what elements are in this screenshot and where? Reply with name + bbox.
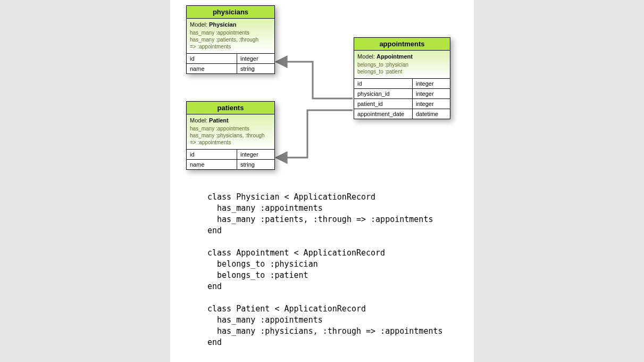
column-name: patient_id — [354, 99, 413, 109]
column-name: name — [187, 64, 237, 74]
connector-appointments-physicians — [276, 62, 353, 98]
table-row: name string — [187, 64, 274, 74]
diagram-page: physicians Model: Physician has_many :ap… — [170, 0, 474, 362]
column-type: integer — [413, 99, 450, 109]
table-row: id integer — [354, 79, 450, 89]
entity-meta: Model: Appointment belongs_to :physician… — [354, 51, 450, 79]
column-type: integer — [237, 54, 275, 64]
model-line: Model: Patient — [190, 117, 271, 124]
assoc-line: belongs_to :patient — [357, 68, 447, 75]
assoc-line: has_many :patients, :through — [190, 36, 271, 43]
entity-title: patients — [187, 102, 274, 114]
assoc-line: => :appointments — [190, 139, 271, 146]
model-prefix: Model: — [190, 21, 209, 28]
model-prefix: Model: — [357, 53, 377, 60]
model-line: Model: Physician — [190, 21, 271, 28]
entity-physicians: physicians Model: Physician has_many :ap… — [186, 5, 275, 74]
assoc-line: has_many :appointments — [190, 125, 271, 132]
code-block: class Physician < ApplicationRecord has_… — [207, 192, 443, 348]
assoc-line: => :appointments — [190, 43, 271, 50]
table-row: id integer — [187, 54, 274, 64]
columns-table: id integer name string — [187, 150, 274, 169]
column-name: id — [354, 79, 413, 89]
table-row: appointment_date datetime — [354, 109, 450, 119]
assoc-line: belongs_to :physician — [357, 61, 447, 68]
column-name: id — [187, 150, 237, 160]
column-type: integer — [413, 89, 450, 99]
table-row: physician_id integer — [354, 89, 450, 99]
column-type: datetime — [413, 109, 450, 119]
model-prefix: Model: — [190, 117, 209, 124]
table-row: id integer — [187, 150, 274, 160]
columns-table: id integer physician_id integer patient_… — [354, 79, 450, 119]
column-name: id — [187, 54, 237, 64]
entity-appointments: appointments Model: Appointment belongs_… — [354, 37, 450, 119]
column-name: physician_id — [354, 89, 413, 99]
column-type: string — [237, 160, 275, 170]
entity-title: physicians — [187, 6, 274, 19]
table-row: name string — [187, 160, 274, 170]
entity-patients: patients Model: Patient has_many :appoin… — [186, 101, 275, 170]
model-line: Model: Appointment — [357, 53, 447, 60]
table-row: patient_id integer — [354, 99, 450, 109]
assoc-line: has_many :physicians, :through — [190, 132, 271, 139]
entity-meta: Model: Physician has_many :appointments … — [187, 19, 274, 54]
model-name: Appointment — [377, 53, 413, 60]
column-name: appointment_date — [354, 109, 413, 119]
connector-appointments-patients — [276, 110, 353, 158]
entity-title: appointments — [354, 38, 450, 51]
model-name: Physician — [209, 21, 236, 28]
column-type: integer — [413, 79, 450, 89]
model-name: Patient — [209, 117, 229, 124]
column-name: name — [187, 160, 237, 170]
entity-meta: Model: Patient has_many :appointments ha… — [187, 114, 274, 150]
column-type: string — [237, 64, 275, 74]
column-type: integer — [237, 150, 275, 160]
columns-table: id integer name string — [187, 54, 274, 73]
assoc-line: has_many :appointments — [190, 29, 271, 36]
